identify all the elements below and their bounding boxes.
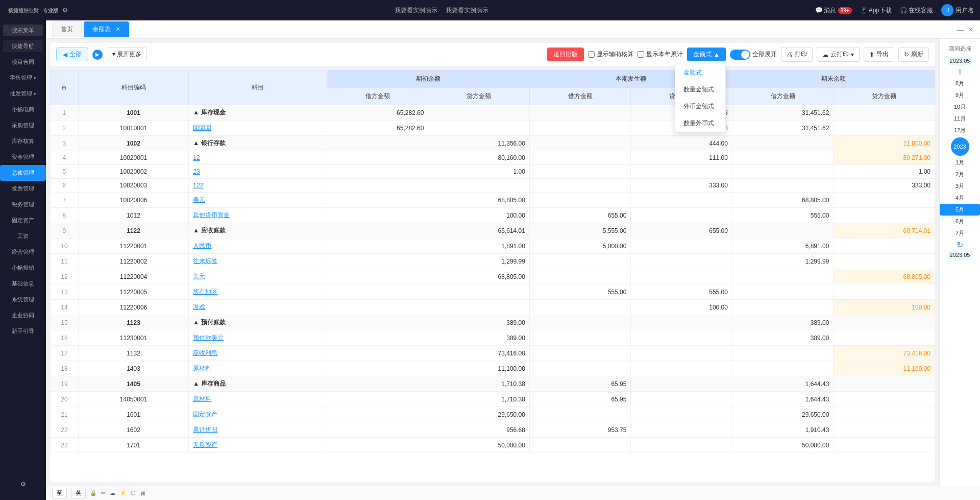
- period-month-9月[interactable]: 9月: [940, 89, 980, 101]
- row-subject[interactable]: 所在地区: [189, 284, 327, 300]
- nav-arrow-btn[interactable]: ▶: [92, 50, 103, 60]
- message-btn[interactable]: 💬 消息 99+: [815, 6, 852, 15]
- sidebar-item-sales[interactable]: 小畅报销: [0, 260, 46, 276]
- period-year-end[interactable]: 2023.05: [948, 251, 972, 259]
- period-month-7月[interactable]: 7月: [940, 227, 980, 239]
- sidebar-item-project[interactable]: 项目合同: [0, 54, 46, 70]
- jine-option-1[interactable]: 数量金额式: [675, 81, 725, 98]
- refresh-btn[interactable]: ↻ 刷新: [898, 47, 929, 62]
- sidebar-item-cooperation[interactable]: 企业协同: [0, 307, 46, 323]
- row-subject[interactable]: 原材料: [189, 361, 327, 376]
- settings-icon[interactable]: ⚙: [62, 7, 68, 14]
- row-subject[interactable]: 固定资产: [189, 407, 327, 422]
- settings-header[interactable]: ⚙: [51, 70, 79, 105]
- row-subject[interactable]: 无形资产: [189, 438, 327, 453]
- sidebar-item-ledger[interactable]: 总账管理: [0, 165, 46, 181]
- cloud-status-icon[interactable]: ☁: [110, 490, 115, 496]
- lock-icon[interactable]: 🔒: [90, 490, 97, 496]
- sidebar-item-ecommerce[interactable]: 小畅电商: [0, 102, 46, 117]
- cloud-print-btn[interactable]: ☁ 云打印 ▾: [817, 47, 860, 62]
- sidebar-item-retail[interactable]: 零售管理 ▾: [0, 70, 46, 86]
- row-current-credit: [631, 376, 732, 392]
- sidebar-gear-btn[interactable]: ⚙: [0, 477, 46, 492]
- period-month-6月[interactable]: 6月: [940, 216, 980, 227]
- row-subject[interactable]: 应收利息: [189, 346, 327, 361]
- online-service-btn[interactable]: 🎧 在线客服: [900, 6, 933, 15]
- period-month-8月[interactable]: 8月: [940, 78, 980, 89]
- jine-option-3[interactable]: 数量外币式: [675, 115, 725, 132]
- period-month-5月[interactable]: 5月: [940, 204, 980, 216]
- jine-option-2[interactable]: 外币金额式: [675, 98, 725, 115]
- period-nav-up[interactable]: ⬆: [955, 66, 964, 78]
- window-close-btn[interactable]: ✕: [968, 26, 974, 34]
- row-subject[interactable]: 其他货币资金: [189, 208, 327, 223]
- period-month-1月[interactable]: 1月: [940, 157, 980, 169]
- edit-icon[interactable]: ✏: [101, 490, 106, 496]
- expand-more-btn[interactable]: ▾ 展开更多: [107, 47, 147, 61]
- period-month-10月[interactable]: 10月: [940, 101, 980, 113]
- sidebar-item-system[interactable]: 系统管理: [0, 292, 46, 307]
- sidebar-item-label: 固定资产: [2, 217, 44, 224]
- print-btn[interactable]: 🖨 打印: [781, 47, 813, 62]
- sidebar-item-wholesale[interactable]: 批发管理 ▾: [0, 86, 46, 102]
- status-btn-1[interactable]: 英: [71, 488, 86, 498]
- sidebar-item-tax[interactable]: 税务管理: [0, 197, 46, 212]
- tab-balance[interactable]: 余额表 ✕: [84, 21, 129, 37]
- toggle-switch-btn[interactable]: [730, 50, 750, 60]
- row-subject[interactable]: 12: [189, 151, 327, 165]
- row-subject[interactable]: 累计折旧: [189, 422, 327, 438]
- sidebar-item-invoice[interactable]: 发票管理: [0, 181, 46, 197]
- hex-icon[interactable]: ⬡: [131, 490, 136, 496]
- all-filter-btn[interactable]: ◀ 全部: [56, 47, 88, 61]
- row-subject[interactable]: 原材料: [189, 392, 327, 407]
- sidebar-item-fixed-assets[interactable]: 固定资产: [0, 212, 46, 228]
- period-year-marker[interactable]: 2023: [951, 137, 969, 156]
- sidebar-item-operations[interactable]: 经营管理: [0, 244, 46, 260]
- sidebar-item-finance[interactable]: 资金管理: [0, 149, 46, 165]
- monitor-icon[interactable]: 🖥: [140, 490, 145, 496]
- period-month-11月[interactable]: 11月: [940, 113, 980, 125]
- row-opening-credit: 68,805.00: [428, 193, 529, 208]
- sidebar-item-salary[interactable]: 工资: [0, 228, 46, 244]
- demo-link[interactable]: 我要看实例演示: [395, 6, 437, 15]
- jine-option-0[interactable]: 金额式: [675, 64, 725, 81]
- jine-style-btn[interactable]: 金额式 ▲: [687, 47, 726, 61]
- period-month-12月[interactable]: 12月: [940, 125, 980, 136]
- sidebar-item-basic[interactable]: 基础信息: [0, 276, 46, 292]
- demo-link-text[interactable]: 我要看实例演示: [446, 6, 488, 15]
- row-subject[interactable]: 人民币: [189, 239, 327, 254]
- sidebar-item-purchase[interactable]: 采购管理: [0, 117, 46, 133]
- expand-all-toggle[interactable]: 全部展开: [730, 50, 777, 60]
- period-month-4月[interactable]: 4月: [940, 192, 980, 204]
- row-subject[interactable]: 游戏: [189, 300, 327, 315]
- year-accum-checkbox-input[interactable]: [638, 51, 644, 58]
- app-download-btn[interactable]: 📱 App下载: [860, 6, 892, 15]
- tab-home[interactable]: 首页: [52, 21, 82, 37]
- row-subject[interactable]: 预付款美元: [189, 330, 327, 346]
- row-subject[interactable]: 往来标签: [189, 254, 327, 269]
- search-menu[interactable]: 搜索菜单: [3, 25, 43, 36]
- row-subject[interactable]: 美元: [189, 193, 327, 208]
- period-month-3月[interactable]: 3月: [940, 180, 980, 192]
- user-avatar[interactable]: U 用户名: [941, 4, 974, 16]
- row-subject[interactable]: 122: [189, 179, 327, 193]
- quick-nav[interactable]: 快捷导航: [3, 40, 43, 52]
- show-auxiliary-checkbox[interactable]: 显示辅助核算: [588, 50, 633, 59]
- row-subject[interactable]: 23: [189, 165, 327, 179]
- status-btn-0[interactable]: 至: [52, 488, 67, 498]
- return-old-btn[interactable]: 退回旧版: [547, 47, 584, 61]
- row-subject[interactable]: 回回回: [189, 121, 327, 136]
- export-btn[interactable]: ⬆ 导出: [864, 47, 894, 62]
- tab-close-icon[interactable]: ✕: [115, 26, 120, 33]
- period-nav-down[interactable]: ↻: [955, 239, 964, 251]
- sidebar-item-inventory[interactable]: 库存核算: [0, 133, 46, 149]
- row-current-debit: [529, 438, 630, 453]
- sidebar-item-guide[interactable]: 新手引导: [0, 323, 46, 339]
- period-year-start[interactable]: 2023.05: [948, 57, 972, 65]
- show-year-accum-checkbox[interactable]: 显示本年累计: [638, 50, 683, 59]
- row-subject[interactable]: 美元: [189, 269, 327, 284]
- auxiliary-checkbox-input[interactable]: [588, 51, 595, 58]
- period-month-2月[interactable]: 2月: [940, 169, 980, 180]
- lightning-icon[interactable]: ⚡: [119, 490, 127, 496]
- window-minimize-btn[interactable]: —: [957, 26, 964, 34]
